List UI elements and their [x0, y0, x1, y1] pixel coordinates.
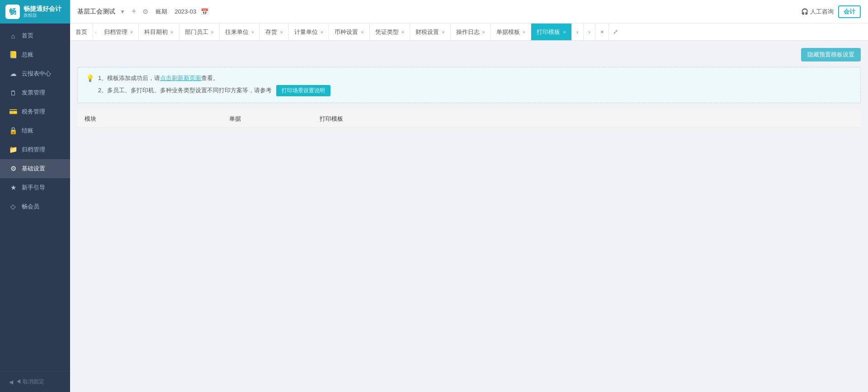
tab-oplog[interactable]: 操作日志 ×: [451, 24, 491, 41]
member-icon: ◇: [9, 203, 17, 211]
tab-subject[interactable]: 科目期初 ×: [139, 24, 179, 41]
content-area: 隐藏预置模板设置 💡 1、模板添加成功后，请点击刷新新页面查看。 💡 2、多员工…: [70, 41, 868, 392]
tab-close-icon[interactable]: ×: [251, 29, 254, 35]
sidebar-item-label: 畅会员: [22, 203, 39, 211]
company-dropdown-icon[interactable]: ▼: [120, 9, 125, 15]
tab-expand-button[interactable]: ⤢: [609, 24, 623, 41]
cloud-icon: ☁: [9, 70, 17, 78]
topbar: 基层工会测试 ▼ + ⚙ 账期 2023-03 📅 🎧 人工咨询 会计: [70, 0, 868, 24]
sidebar-item-label: 税务管理: [22, 108, 45, 116]
period-value: 2023-03: [175, 8, 196, 15]
tab-home[interactable]: 首页: [70, 24, 93, 41]
tab-close-icon[interactable]: ×: [523, 29, 525, 35]
home-icon: ⌂: [9, 32, 17, 40]
sidebar-item-reports[interactable]: ☁ 云报表中心: [0, 64, 70, 83]
sidebar-item-label: 云报表中心: [22, 70, 51, 78]
info-box: 💡 1、模板添加成功后，请点击刷新新页面查看。 💡 2、多员工、多打印机、多种业…: [77, 67, 861, 103]
refresh-page-link[interactable]: 点击刷新新页面: [160, 75, 201, 81]
tab-close-icon[interactable]: ×: [563, 29, 566, 35]
sidebar: 畅 畅捷通好会计 旗舰版 ⌂ 首页 📒 总账 ☁ 云报表中心 🗒 发票管理 💳 …: [0, 0, 70, 392]
sidebar-item-tax[interactable]: 💳 税务管理: [0, 102, 70, 121]
sidebar-item-label: 结账: [22, 127, 33, 135]
tab-supplier[interactable]: 往来单位 ×: [220, 24, 260, 41]
logo-subtitle: 旗舰版: [24, 12, 61, 19]
topbar-right: 🎧 人工咨询 会计: [801, 5, 861, 18]
headset-icon: 🎧: [801, 8, 808, 15]
sidebar-item-label: 首页: [22, 32, 33, 40]
info-line2-prefix: 2、多员工、多打印机、多种业务类型设置不同打印方案等，请参考: [98, 87, 272, 94]
sidebar-unpin[interactable]: ◀ ◀ 取消固定: [0, 371, 70, 392]
sidebar-item-label: 发票管理: [22, 89, 45, 97]
ledger-icon: 📒: [9, 51, 17, 59]
sidebar-item-archive[interactable]: 📁 归档管理: [0, 140, 70, 159]
settings-icon: ⚙: [9, 165, 17, 173]
tab-currency[interactable]: 币种设置 ×: [329, 24, 369, 41]
sidebar-item-label: 归档管理: [22, 146, 45, 154]
tab-close-icon[interactable]: ×: [170, 29, 173, 35]
tab-inventory[interactable]: 存货 ×: [260, 24, 288, 41]
tab-receipt[interactable]: 单据模板 ×: [491, 24, 531, 41]
company-name: 基层工会测试: [77, 8, 115, 16]
period-label: 账期: [156, 8, 167, 16]
accountant-button[interactable]: 会计: [838, 5, 861, 18]
col-single: 单据: [222, 110, 312, 128]
tab-next-button[interactable]: ›: [584, 24, 595, 41]
calendar-icon[interactable]: 📅: [201, 8, 208, 15]
tab-close-icon[interactable]: ×: [211, 29, 214, 35]
archive-icon: 📁: [9, 146, 17, 154]
invoice-icon: 🗒: [9, 89, 17, 97]
sidebar-logo: 畅 畅捷通好会计 旗舰版: [0, 0, 70, 24]
sidebar-item-member[interactable]: ◇ 畅会员: [0, 197, 70, 216]
sidebar-item-home[interactable]: ⌂ 首页: [0, 26, 70, 45]
unpin-icon: ◀: [9, 379, 13, 385]
tab-unit[interactable]: 计量单位 ×: [289, 24, 329, 41]
tab-archive[interactable]: 归档管理 ×: [99, 24, 139, 41]
tab-finance[interactable]: 财税设置 ×: [410, 24, 450, 41]
hide-preview-button[interactable]: 隐藏预置模板设置: [801, 48, 861, 61]
sidebar-item-invoice[interactable]: 🗒 发票管理: [0, 83, 70, 102]
close-account-icon: 🔒: [9, 127, 17, 135]
add-company-button[interactable]: +: [130, 7, 138, 16]
logo-icon: 畅: [5, 5, 20, 19]
sidebar-item-ledger[interactable]: 📒 总账: [0, 45, 70, 64]
print-scene-help-button[interactable]: 打印场景设置说明: [276, 85, 330, 96]
tab-breadcrumb-sep: ‹: [93, 29, 99, 35]
lightbulb-icon: 💡: [86, 74, 94, 82]
company-settings-icon[interactable]: ⚙: [142, 8, 148, 16]
tab-close-icon[interactable]: ×: [280, 29, 283, 35]
tab-close-all-button[interactable]: ×: [595, 24, 609, 41]
tab-voucher[interactable]: 凭证类型 ×: [370, 24, 410, 41]
col-module: 模块: [77, 110, 222, 128]
print-template-table: 模块 单据 打印模板: [77, 110, 861, 128]
tab-close-icon[interactable]: ×: [130, 29, 133, 35]
info-line1-suffix: 查看。: [201, 75, 219, 81]
sidebar-item-close[interactable]: 🔒 结账: [0, 121, 70, 140]
tab-close-icon[interactable]: ×: [321, 29, 323, 35]
content-actions: 隐藏预置模板设置: [77, 48, 861, 61]
main-area: 基层工会测试 ▼ + ⚙ 账期 2023-03 📅 🎧 人工咨询 会计 首页 ‹…: [70, 0, 868, 392]
col-template: 打印模板: [312, 110, 861, 128]
tab-close-icon[interactable]: ×: [482, 29, 485, 35]
sidebar-item-label: 基础设置: [22, 165, 45, 173]
tab-close-icon[interactable]: ×: [401, 29, 404, 35]
sidebar-item-settings[interactable]: ⚙ 基础设置: [0, 159, 70, 178]
logo-title: 畅捷通好会计: [24, 5, 61, 13]
info-line1-prefix: 1、模板添加成功后，请: [98, 75, 160, 81]
tax-icon: 💳: [9, 108, 17, 116]
info-row-2: 💡 2、多员工、多打印机、多种业务类型设置不同打印方案等，请参考 打印场景设置说…: [86, 85, 852, 96]
tab-close-icon[interactable]: ×: [442, 29, 444, 35]
tab-print[interactable]: 打印模板 ×: [531, 24, 571, 41]
tab-prev-button[interactable]: ‹: [572, 24, 584, 41]
guide-icon: ★: [9, 184, 17, 192]
tabbar: 首页 ‹ 归档管理 × 科目期初 × 部门员工 × 往来单位 × 存货 × 计量…: [70, 24, 868, 41]
table-header: 模块 单据 打印模板: [77, 110, 861, 128]
sidebar-item-label: 总账: [22, 51, 33, 59]
sidebar-item-guide[interactable]: ★ 新手引导: [0, 178, 70, 197]
info-row-1: 💡 1、模板添加成功后，请点击刷新新页面查看。: [86, 74, 852, 83]
tab-close-icon[interactable]: ×: [361, 29, 363, 35]
customer-service-button[interactable]: 🎧 人工咨询: [801, 8, 834, 16]
sidebar-item-label: 新手引导: [22, 184, 45, 192]
tab-dept[interactable]: 部门员工 ×: [179, 24, 220, 41]
sidebar-nav: ⌂ 首页 📒 总账 ☁ 云报表中心 🗒 发票管理 💳 税务管理 🔒 结账 📁 归…: [0, 24, 70, 371]
